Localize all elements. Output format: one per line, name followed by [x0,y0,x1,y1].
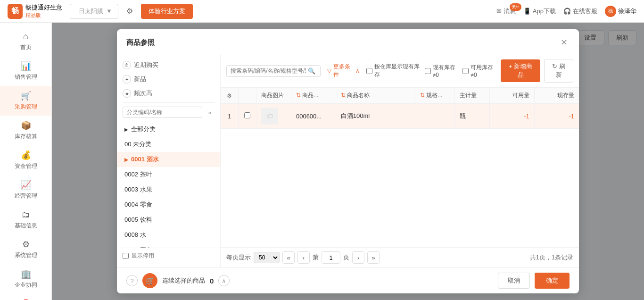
cat-item-0010[interactable]: 0010 家电 [117,242,220,248]
td-check[interactable] [239,104,256,129]
product-table-wrap: ⚙ 商品图片 ⇅ 商品... [221,88,579,247]
modal-title: 商品参照 [126,38,155,47]
per-page-select[interactable]: 50 100 200 [254,252,280,263]
sort-icon-name: ⇅ [341,92,346,99]
logo-icon: 畅 [8,4,23,19]
sidebar-item-purchase[interactable]: 🛒 采购管理 [0,86,51,116]
sidebar-item-finance[interactable]: 💰 资金管理 [0,145,51,175]
stock-checkbox[interactable] [425,68,431,74]
sidebar-item-basics[interactable]: 🗂 基础信息 [0,205,51,234]
page-next-button[interactable]: › [352,251,364,264]
ops-icon: 📈 [21,180,31,190]
cat-arrow-0001: ▶ [124,157,128,162]
show-disabled-label[interactable]: 显示停用 [132,252,154,260]
th-image: 商品图片 [256,88,291,104]
finance-icon: 💰 [21,150,31,160]
th-code[interactable]: ⇅ 商品... [291,88,336,104]
frequent-item[interactable]: ★ 频次高 [117,86,220,100]
modal-body: ⏱ 近期购买 ✦ 新品 ★ 频次高 [117,54,579,267]
td-image: 🏷 [256,104,291,129]
warehouse-checkbox-label[interactable]: 按仓库显示现有库存 [366,63,421,79]
cat-item-all[interactable]: ▶ 全部分类 [117,122,220,137]
message-item[interactable]: ✉ 消息 99+ [496,7,516,16]
filter-arrow-icon: ∧ [355,67,360,74]
app-icon: 📱 [523,8,531,15]
toolbar-right: + 新增商品 ↻ 刷新 [501,59,573,83]
app-download-item[interactable]: 📱 App下载 [523,7,556,16]
cancel-button[interactable]: 取消 [498,273,530,289]
td-available: -1 [489,104,534,129]
sidebar: ⌂ 首页 📊 销售管理 🛒 采购管理 📦 库存核算 💰 资金管理 📈 经营管理 … [0,23,52,300]
page-input[interactable] [322,251,340,264]
collapse-footer-button[interactable]: ∧ [218,275,230,286]
cat-item-0008[interactable]: 0008 水 [117,227,220,242]
cat-item-0002[interactable]: 0002 茶叶 [117,167,220,182]
help-icon[interactable]: ? [126,275,138,286]
sidebar-item-enterprise[interactable]: 🏢 企业协同 [0,264,51,294]
message-badge: 99+ [510,3,521,11]
th-spec[interactable]: ⇅ 规格... [415,88,455,104]
th-check [239,88,256,104]
logo-text: 畅捷通好生意 精品版 [25,3,62,19]
new-products-item[interactable]: ✦ 新品 [117,72,220,86]
home-icon: ⌂ [21,31,31,42]
refresh-table-button[interactable]: ↻ 刷新 [544,59,573,83]
enterprise-icon: 🏢 [21,269,31,279]
page-info: 共1页，1条记录 [530,253,573,262]
footer-right: 取消 确定 [498,273,570,289]
available-checkbox[interactable] [462,68,469,74]
purchase-icon: 🛒 [21,91,31,101]
sidebar-item-system[interactable]: ⚙ 系统管理 [0,234,51,264]
right-panel: 🔍 ▽ 更多条件 ∧ 按仓库显示现有库存 [221,54,579,267]
sidebar-item-stock[interactable]: 📦 库存核算 [0,116,51,145]
confirm-button[interactable]: 确定 [535,273,570,289]
show-disabled-checkbox[interactable] [123,253,129,259]
modal-close-button[interactable]: ✕ [558,37,570,48]
row-checkbox[interactable] [244,112,250,118]
page-first-button[interactable]: « [282,251,295,264]
cat-item-0004[interactable]: 0004 零食 [117,197,220,212]
td-spec [415,104,455,129]
new-icon: ✦ [123,75,131,83]
td-unit: 瓶 [455,104,490,129]
page-prev-button[interactable]: ‹ [297,251,310,264]
warehouse-checkbox[interactable] [366,68,372,74]
available-checkbox-label[interactable]: 可用库存≠0 [462,64,497,78]
store-dropdown[interactable]: 日太阳膜 ▼ [70,4,118,19]
settings-icon[interactable]: ⚙ [122,4,137,19]
modal-overlay: 商品参照 ✕ ⏱ 近期购买 ✦ 新品 [52,23,644,300]
table-header-row: ⚙ 商品图片 ⇅ 商品... [221,88,579,104]
sidebar-item-home[interactable]: ⌂ 首页 [0,26,51,56]
service-item[interactable]: 🎧 在线客服 [563,7,597,16]
th-stock: 现存量 [534,88,579,104]
experience-button[interactable]: 体验行业方案 [141,4,193,19]
stock-checkbox-label[interactable]: 现有库存≠0 [425,64,459,78]
product-search-input[interactable] [231,67,306,74]
td-code: 000600... [291,104,336,129]
collapse-left-button[interactable]: « [205,108,215,117]
search-icon[interactable]: 🔍 [308,67,315,75]
th-settings[interactable]: ⚙ [221,88,239,104]
recent-purchases-item[interactable]: ⏱ 近期购买 [117,58,220,72]
table-row[interactable]: 1 🏷 000600... 白酒100ml [221,104,579,129]
category-search-input[interactable] [123,107,202,118]
main-layout: ⌂ 首页 📊 销售管理 🛒 采购管理 📦 库存核算 💰 资金管理 📈 经营管理 … [0,23,644,300]
product-thumbnail: 🏷 [261,108,278,125]
show-disabled-row: 显示停用 [117,248,220,264]
th-name[interactable]: ⇅ 商品名称 [336,88,415,104]
cat-item-0003[interactable]: 0003 水果 [117,182,220,197]
sidebar-item-sales[interactable]: 📊 销售管理 [0,56,51,86]
cat-item-00[interactable]: 00 未分类 [117,137,220,152]
page-last-button[interactable]: » [367,251,380,264]
user-item[interactable]: 徐 徐泽华 [605,6,636,17]
filter-button[interactable]: ▽ 更多条件 ∧ [324,61,363,81]
add-product-button[interactable]: + 新增商品 [501,59,540,82]
cart-icon: 🛒 [142,273,157,288]
sidebar-item-guide[interactable]: 🎯 新手引导 [0,294,51,300]
product-reference-modal: 商品参照 ✕ ⏱ 近期购买 ✦ 新品 [117,29,579,293]
sort-icon: ⇅ [296,92,301,99]
left-panel: ⏱ 近期购买 ✦ 新品 ★ 频次高 [117,54,221,267]
sidebar-item-operations[interactable]: 📈 经营管理 [0,175,51,205]
cat-item-0005[interactable]: 0005 饮料 [117,212,220,227]
cat-item-0001[interactable]: ▶ 0001 酒水 [117,152,220,167]
